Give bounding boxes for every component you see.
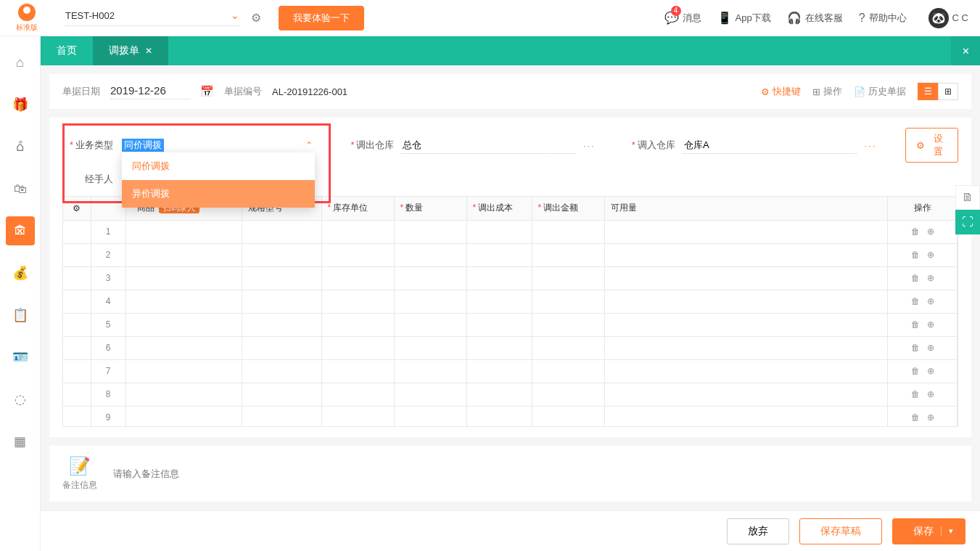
app-download-action[interactable]: 📱 App下载 (717, 11, 771, 25)
help-center-action[interactable]: ? 帮助中心 (859, 12, 907, 25)
phone-icon: 📱 (717, 11, 732, 25)
avatar: 🐼 (928, 8, 949, 28)
logo[interactable]: 标准版 (12, 4, 42, 33)
logo-icon (18, 4, 36, 21)
top-header: 标准版 TEST-H002 ⌄ ⚙ 我要体验一下 💬 消息 4 📱 App下载 … (0, 0, 980, 36)
gear-icon[interactable]: ⚙ (251, 11, 261, 25)
online-service-action[interactable]: 🎧 在线客服 (787, 11, 843, 25)
org-name: TEST-H002 (65, 10, 115, 21)
chevron-down-icon: ⌄ (231, 9, 239, 21)
top-actions: 💬 消息 4 📱 App下载 🎧 在线客服 ? 帮助中心 🐼 C C (664, 8, 968, 28)
org-selector[interactable]: TEST-H002 ⌄ (65, 9, 239, 26)
trial-button[interactable]: 我要体验一下 (279, 6, 364, 30)
messages-badge: 4 (671, 6, 681, 16)
user-menu[interactable]: 🐼 C C (923, 8, 968, 28)
headset-icon: 🎧 (787, 11, 802, 25)
messages-action[interactable]: 💬 消息 4 (664, 11, 701, 25)
logo-label: 标准版 (16, 23, 38, 33)
help-icon: ? (859, 12, 865, 25)
